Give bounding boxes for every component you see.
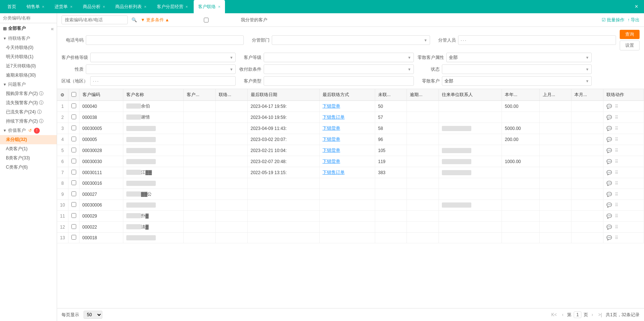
export-btn[interactable]: ↑ 导出 — [627, 17, 640, 23]
sidebar-item-b-class[interactable]: B类客户(33) — [0, 154, 57, 163]
row-checkbox-cell[interactable] — [68, 123, 79, 134]
my-customers-checkbox-label[interactable]: 我分管的客户 — [173, 17, 267, 23]
phone-action-icon[interactable]: 💬 — [606, 202, 612, 208]
action-cell[interactable]: 💬 ⠿ — [603, 123, 644, 134]
phone-action-icon[interactable]: 💬 — [606, 148, 612, 153]
row-checkbox-cell[interactable] — [68, 145, 79, 156]
grid-action-icon[interactable]: ⠿ — [615, 202, 618, 208]
nav-customer-layer-close[interactable]: × — [186, 4, 188, 9]
row-checkbox-cell[interactable] — [68, 112, 79, 123]
col-customer-name[interactable]: 客户名称 — [123, 89, 184, 101]
select-all-checkbox[interactable] — [71, 92, 76, 97]
last-contact-method[interactable]: 下销售订单 — [319, 112, 375, 123]
grid-action-icon[interactable]: ⠿ — [615, 137, 618, 142]
close-all-tabs[interactable]: × — [632, 3, 641, 10]
last-contact-method[interactable]: 下销货单 — [319, 134, 375, 145]
grid-action-icon[interactable]: ⠿ — [615, 159, 618, 164]
dept-select[interactable]: ▼ — [272, 35, 430, 45]
col-gear[interactable]: ⚙ — [57, 89, 68, 101]
row-checkbox[interactable] — [71, 148, 76, 152]
sidebar-item-ungroup[interactable]: 未分组(32) — [0, 135, 57, 144]
row-checkbox[interactable] — [71, 224, 76, 229]
grid-action-icon[interactable]: ⠿ — [615, 225, 618, 230]
action-cell[interactable]: 💬 ⠿ — [603, 200, 644, 211]
phone-input[interactable] — [86, 35, 244, 45]
row-checkbox-cell[interactable] — [68, 189, 79, 200]
row-checkbox-cell[interactable] — [68, 222, 79, 233]
row-checkbox[interactable] — [71, 126, 76, 130]
manager-input[interactable]: ··· — [458, 35, 616, 45]
refresh-icon[interactable]: ↺ — [28, 128, 32, 133]
page-size-select[interactable]: 10 20 50 100 — [84, 311, 102, 319]
action-cell[interactable]: 💬 ⠿ — [603, 112, 644, 123]
phone-action-icon[interactable]: 💬 — [606, 214, 612, 219]
first-page-btn[interactable]: K< — [550, 311, 558, 318]
row-checkbox[interactable] — [71, 202, 76, 207]
scatter-attr-select[interactable]: 全部 ▼ — [446, 53, 592, 62]
last-contact-method[interactable]: 下销货单 — [319, 123, 375, 134]
last-contact-method[interactable]: 下销货单 — [319, 156, 375, 167]
row-checkbox[interactable] — [71, 180, 76, 185]
row-checkbox-cell[interactable] — [68, 101, 79, 112]
payment-select[interactable]: ▼ — [264, 64, 414, 74]
sidebar-item-tomorrow[interactable]: 明天待联络(1) — [0, 52, 57, 61]
grid-action-icon[interactable]: ⠿ — [615, 192, 618, 197]
sidebar-item-churn-warning[interactable]: 流失预警客户(3) ⓘ — [0, 98, 57, 107]
grid-action-icon[interactable]: ⠿ — [615, 181, 618, 186]
region-input[interactable]: ··· — [90, 76, 236, 86]
action-cell[interactable]: 💬 ⠿ — [603, 167, 644, 178]
sidebar-item-today[interactable]: 今天待联络(0) — [0, 43, 57, 52]
nav-product-analysis-list[interactable]: 商品分析列表 × — [111, 0, 151, 13]
row-checkbox[interactable] — [71, 170, 76, 174]
customer-type-select[interactable] — [264, 76, 414, 86]
problem-customer-section[interactable]: ▼ 问题客户 — [0, 80, 57, 89]
status-select[interactable]: ▼ — [442, 64, 592, 74]
last-page-btn[interactable]: >| — [597, 311, 603, 318]
price-level-select[interactable]: ▼ — [90, 53, 236, 62]
nav-product-analysis[interactable]: 商品分析 × — [78, 0, 109, 13]
query-btn[interactable]: 查询 — [620, 30, 640, 39]
search-btn-icon[interactable]: 🔍 — [131, 17, 137, 22]
nature-select[interactable]: ▼ — [86, 64, 236, 74]
row-checkbox-cell[interactable] — [68, 211, 79, 222]
grid-action-icon[interactable]: ⠿ — [615, 235, 618, 240]
nav-product-analysis-list-close[interactable]: × — [144, 4, 146, 9]
grid-action-icon[interactable]: ⠿ — [615, 115, 618, 120]
row-checkbox-cell[interactable] — [68, 178, 79, 189]
grid-action-icon[interactable]: ⠿ — [615, 214, 618, 219]
phone-action-icon[interactable]: 💬 — [606, 170, 612, 175]
phone-action-icon[interactable]: 💬 — [606, 115, 612, 120]
phone-action-icon[interactable]: 💬 — [606, 225, 612, 230]
row-checkbox[interactable] — [71, 213, 76, 218]
row-checkbox[interactable] — [71, 114, 76, 119]
next-page-btn[interactable]: › — [590, 311, 595, 318]
col-select-all[interactable] — [68, 89, 79, 101]
action-cell[interactable]: 💬 ⠿ — [603, 134, 644, 145]
sidebar-item-churned[interactable]: 已流失客户(24) ⓘ — [0, 107, 57, 117]
customer-level-select[interactable]: ▼ — [264, 53, 414, 62]
phone-action-icon[interactable]: 💬 — [606, 235, 612, 240]
my-customers-checkbox[interactable] — [173, 18, 239, 22]
action-cell[interactable]: 💬 ⠿ — [603, 233, 644, 243]
sidebar-item-7days[interactable]: 近7天待联络(0) — [0, 61, 57, 71]
scatter-customer-select[interactable]: 全部 ▼ — [442, 76, 592, 86]
nav-customer-contact-close[interactable]: × — [218, 4, 220, 9]
action-cell[interactable]: 💬 ⠿ — [603, 222, 644, 233]
sidebar-item-declining[interactable]: 持续下滑客户(2) ⓘ — [0, 117, 57, 126]
phone-action-icon[interactable]: 💬 — [606, 181, 612, 186]
search-input[interactable] — [61, 15, 128, 24]
row-checkbox[interactable] — [71, 137, 76, 141]
action-cell[interactable]: 💬 ⠿ — [603, 156, 644, 167]
action-cell[interactable]: 💬 ⠿ — [603, 145, 644, 156]
phone-action-icon[interactable]: 💬 — [606, 192, 612, 197]
action-cell[interactable]: 💬 ⠿ — [603, 189, 644, 200]
action-cell[interactable]: 💬 ⠿ — [603, 101, 644, 112]
row-checkbox-cell[interactable] — [68, 156, 79, 167]
reset-btn[interactable]: 设置 — [620, 40, 640, 50]
grid-action-icon[interactable]: ⠿ — [615, 104, 618, 109]
phone-action-icon[interactable]: 💬 — [606, 104, 612, 109]
action-cell[interactable]: 💬 ⠿ — [603, 211, 644, 222]
last-contact-method[interactable]: 下销货单 — [319, 101, 375, 112]
nav-home[interactable]: 首页 — [3, 0, 21, 13]
phone-action-icon[interactable]: 💬 — [606, 126, 612, 131]
